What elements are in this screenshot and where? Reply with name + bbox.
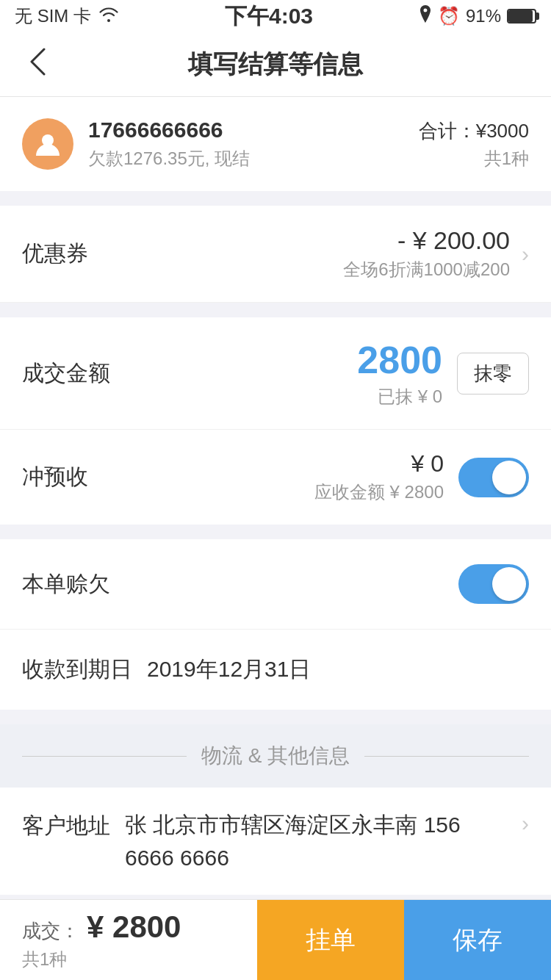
nav-bar: 填写结算等信息	[0, 32, 551, 97]
avatar	[22, 118, 73, 170]
prepay-right: ¥ 0 应收金额 ¥ 2800	[314, 450, 529, 504]
coupon-amount: - ¥ 200.00	[343, 226, 510, 255]
coupon-label: 优惠券	[22, 239, 88, 269]
deal-amount-value: 2800	[357, 338, 442, 382]
coupon-row[interactable]: 优惠券 - ¥ 200.00 全场6折满1000减200 ›	[0, 206, 551, 303]
round-button[interactable]: 抹零	[457, 353, 529, 394]
logistics-title: 物流 & 其他信息	[187, 742, 364, 770]
wifi-icon	[98, 6, 119, 26]
divider-1	[0, 191, 551, 206]
page-title: 填写结算等信息	[188, 48, 363, 82]
logistics-header: 物流 & 其他信息	[0, 724, 551, 788]
carrier-text: 无 SIM 卡	[15, 4, 91, 28]
back-button[interactable]	[22, 40, 53, 89]
customer-phone: 17666666666	[88, 118, 250, 143]
customer-info: 17666666666 欠款1276.35元, 现结	[88, 118, 250, 170]
prepay-row: 冲预收 ¥ 0 应收金额 ¥ 2800	[0, 430, 551, 525]
bottom-deal: 成交： ¥ 2800	[22, 909, 235, 945]
address-row[interactable]: 客户地址 张 北京市市辖区海淀区永丰南 156 6666 6666 ›	[0, 788, 551, 895]
alarm-icon: ⏰	[438, 6, 460, 26]
deal-amount-label: 成交金额	[22, 359, 110, 389]
customer-right: 合计：¥3000 共1种	[419, 118, 529, 170]
hang-button[interactable]: 挂单	[257, 900, 404, 980]
bottom-deal-label: 成交：	[22, 918, 79, 944]
deal-amount-row: 成交金额 2800 已抹 ¥ 0 抹零	[0, 317, 551, 430]
bottom-sub: 共1种	[22, 948, 235, 971]
prepay-label: 冲预收	[22, 462, 88, 492]
arrears-toggle[interactable]	[458, 564, 529, 604]
deal-right: 2800 已抹 ¥ 0 抹零	[357, 338, 529, 408]
duedate-row: 收款到期日 2019年12月31日	[0, 630, 551, 710]
address-chevron-icon: ›	[514, 808, 529, 836]
logistics-line-left	[22, 756, 187, 757]
divider-3	[0, 525, 551, 539]
coupon-value: - ¥ 200.00 全场6折满1000减200	[343, 226, 510, 281]
bottom-actions: 挂单 保存	[257, 900, 551, 980]
status-left: 无 SIM 卡	[15, 4, 119, 28]
bottom-bar: 成交： ¥ 2800 共1种 挂单 保存	[0, 899, 551, 980]
arrears-row: 本单赊欠	[0, 539, 551, 629]
battery-level: 91%	[466, 6, 501, 26]
arrears-toggle-knob	[492, 567, 526, 601]
deal-amount-wrap: 2800 已抹 ¥ 0	[357, 338, 442, 408]
total-label: 合计：¥3000	[419, 118, 529, 144]
status-time: 下午4:03	[225, 1, 313, 32]
toggle-knob	[492, 461, 526, 494]
content-area: 17666666666 欠款1276.35元, 现结 合计：¥3000 共1种 …	[0, 97, 551, 980]
customer-sub: 欠款1276.35元, 现结	[88, 147, 250, 170]
status-right: ⏰ 91%	[419, 5, 536, 27]
status-bar: 无 SIM 卡 下午4:03 ⏰ 91%	[0, 0, 551, 32]
divider-2	[0, 303, 551, 317]
bottom-info: 成交： ¥ 2800 共1种	[0, 909, 257, 971]
divider-4	[0, 710, 551, 724]
coupon-sub: 全场6折满1000减200	[343, 258, 510, 281]
duedate-value: 2019年12月31日	[147, 655, 311, 685]
battery-icon	[507, 9, 536, 24]
prepay-sub: 应收金额 ¥ 2800	[314, 480, 444, 504]
customer-card: 17666666666 欠款1276.35元, 现结 合计：¥3000 共1种	[0, 97, 551, 191]
address-label: 客户地址	[22, 808, 110, 841]
duedate-label: 收款到期日	[22, 655, 132, 685]
logistics-line-right	[364, 756, 529, 757]
total-sub: 共1种	[419, 147, 529, 170]
coupon-chevron-icon: ›	[522, 242, 529, 267]
deal-sub: 已抹 ¥ 0	[357, 385, 442, 408]
arrears-label: 本单赊欠	[22, 569, 110, 599]
address-value: 张 北京市市辖区海淀区永丰南 156 6666 6666	[125, 808, 514, 874]
save-button[interactable]: 保存	[404, 900, 551, 980]
bottom-amount: ¥ 2800	[87, 909, 181, 945]
customer-left: 17666666666 欠款1276.35元, 现结	[22, 118, 250, 170]
coupon-right: - ¥ 200.00 全场6折满1000减200 ›	[343, 226, 529, 281]
prepay-toggle[interactable]	[458, 458, 529, 497]
location-icon	[419, 5, 432, 27]
prepay-amount: ¥ 0	[314, 450, 444, 478]
prepay-amount-wrap: ¥ 0 应收金额 ¥ 2800	[314, 450, 444, 504]
